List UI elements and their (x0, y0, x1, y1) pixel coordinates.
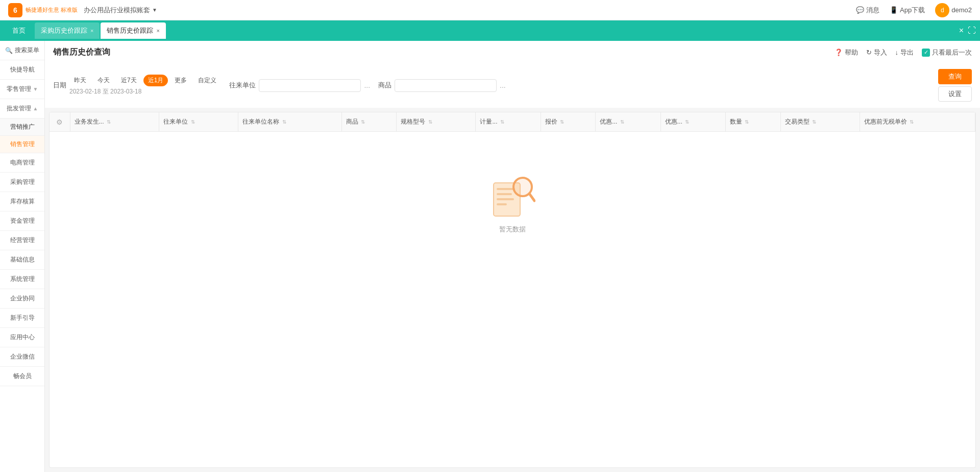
sidebar-item-wechat[interactable]: 企业微信 (0, 347, 44, 367)
tab-sales-close-icon[interactable]: × (156, 28, 159, 34)
col-quantity: 数量 ⇅ (726, 112, 781, 132)
main-layout: 🔍 搜索菜单 快捷导航 零售管理 ▼ 批发管理 ▲ 营销推广 销售管理 电商管理… (0, 41, 980, 472)
setting-button[interactable]: 设置 (938, 86, 972, 102)
date-btn-yesterday[interactable]: 昨天 (69, 75, 91, 86)
query-button[interactable]: 查询 (938, 69, 972, 84)
date-btn-7days[interactable]: 近7天 (116, 75, 141, 86)
sort-icon[interactable]: ⇅ (745, 119, 749, 125)
sidebar-item-ecommerce[interactable]: 电商管理 (0, 153, 44, 173)
table-body: 暂无数据 (50, 132, 975, 275)
table-container: ⚙ 业务发生... ⇅ 往来单位 ⇅ 往来单位名称 ⇅ (49, 112, 976, 468)
import-button[interactable]: ↻ 导入 (866, 48, 887, 57)
sidebar-quick-nav-label: 快捷导航 (10, 65, 35, 74)
date-range-display: 2023-02-18 至 2023-03-18 (69, 87, 221, 96)
export-label: 导出 (900, 48, 914, 57)
col-goods-label: 商品 (346, 118, 358, 125)
date-btn-1month[interactable]: 近1月 (143, 75, 168, 86)
page-header: 销售历史价查询 ❓ 帮助 ↻ 导入 ↓ 导出 ✓ (45, 41, 980, 64)
sort-icon[interactable]: ⇅ (620, 119, 624, 125)
date-btn-today[interactable]: 今天 (93, 75, 114, 86)
help-label: 帮助 (845, 48, 858, 57)
sidebar-inventory-label: 库存核算 (10, 197, 35, 206)
app-selector[interactable]: 办公用品行业模拟账套 ▼ (84, 6, 157, 15)
goods-input[interactable] (395, 79, 497, 92)
help-button[interactable]: ❓ 帮助 (835, 48, 858, 57)
sidebar-item-basic[interactable]: 基础信息 (0, 250, 44, 270)
sort-icon[interactable]: ⇅ (812, 119, 816, 125)
sidebar-item-purchase[interactable]: 采购管理 (0, 173, 44, 192)
empty-text: 暂无数据 (499, 225, 526, 234)
tab-purchase-history[interactable]: 采购历史价跟踪 × (35, 22, 100, 39)
sidebar-item-wholesale[interactable]: 批发管理 ▲ (0, 99, 44, 119)
svg-line-6 (529, 194, 534, 201)
only-last-checkbox[interactable]: ✓ 只看最后一次 (922, 48, 972, 57)
date-filter-label: 日期 (53, 81, 66, 90)
message-action[interactable]: 💬 消息 (856, 6, 879, 15)
partner-ellipsis-btn[interactable]: ... (364, 81, 370, 89)
sidebar-operations-label: 经营管理 (10, 236, 35, 245)
sidebar-item-guide[interactable]: 新手引导 (0, 309, 44, 328)
sort-icon[interactable]: ⇅ (500, 119, 504, 125)
sidebar-item-app-center[interactable]: 应用中心 (0, 328, 44, 347)
column-settings-button[interactable]: ⚙ (56, 118, 63, 126)
sort-icon[interactable]: ⇅ (560, 119, 564, 125)
user-action[interactable]: d demo2 (935, 3, 972, 17)
svg-rect-3 (497, 198, 514, 200)
sort-icon[interactable]: ⇅ (191, 119, 195, 125)
tab-sales-history[interactable]: 销售历史价跟踪 × (101, 22, 165, 39)
sidebar-purchase-label: 采购管理 (10, 178, 35, 186)
sidebar-basic-label: 基础信息 (10, 255, 35, 264)
sidebar-sub-marketing[interactable]: 营销推广 (0, 119, 44, 136)
sidebar-system-label: 系统管理 (10, 275, 35, 284)
svg-rect-4 (497, 203, 507, 205)
date-btn-custom[interactable]: 自定义 (193, 75, 221, 86)
page-title-row: 销售历史价查询 ❓ 帮助 ↻ 导入 ↓ 导出 ✓ (53, 47, 972, 58)
col-spec: 规格型号 ⇅ (397, 112, 476, 132)
avatar: d (935, 3, 949, 17)
sidebar-retail-label: 零售管理 (7, 85, 31, 93)
sidebar-sales-label: 销售管理 (10, 140, 35, 148)
sort-icon[interactable]: ⇅ (910, 119, 914, 125)
tab-purchase-close-icon[interactable]: × (90, 28, 93, 34)
sidebar-item-operations[interactable]: 经营管理 (0, 231, 44, 250)
partner-input[interactable] (259, 79, 361, 92)
col-discount1-label: 优惠... (600, 118, 617, 125)
page-title: 销售历史价查询 (53, 47, 110, 58)
col-partner-name-label: 往来单位名称 (242, 118, 279, 125)
sidebar-item-search[interactable]: 🔍 搜索菜单 (0, 41, 44, 60)
import-label: 导入 (874, 48, 887, 57)
sort-icon[interactable]: ⇅ (685, 119, 689, 125)
sort-icon[interactable]: ⇅ (282, 119, 286, 125)
sidebar-item-enterprise[interactable]: 企业协同 (0, 289, 44, 309)
import-icon: ↻ (866, 49, 872, 56)
content-area: 销售历史价查询 ❓ 帮助 ↻ 导入 ↓ 导出 ✓ (45, 41, 980, 472)
col-unit-label: 计量... (480, 118, 497, 125)
chevron-down-icon: ▼ (152, 7, 157, 13)
col-biz-date: 业务发生... ⇅ (70, 112, 159, 132)
col-trade-type-label: 交易类型 (785, 118, 810, 125)
tab-close-button[interactable]: × (959, 26, 964, 35)
sidebar-guide-label: 新手引导 (10, 314, 35, 322)
sidebar-sub-sales[interactable]: 销售管理 (0, 136, 44, 153)
only-last-label: 只看最后一次 (932, 48, 972, 57)
date-btn-more[interactable]: 更多 (170, 75, 191, 86)
sidebar-item-retail[interactable]: 零售管理 ▼ (0, 80, 44, 99)
col-price: 报价 ⇅ (541, 112, 596, 132)
sidebar-item-inventory[interactable]: 库存核算 (0, 192, 44, 211)
sidebar-item-member[interactable]: 畅会员 (0, 367, 44, 386)
download-action[interactable]: 📱 App下载 (890, 6, 925, 15)
sort-icon[interactable]: ⇅ (107, 119, 111, 125)
sidebar-member-label: 畅会员 (13, 372, 32, 381)
svg-rect-1 (497, 188, 515, 190)
sidebar-item-capital[interactable]: 资金管理 (0, 211, 44, 231)
goods-ellipsis-btn[interactable]: ... (500, 81, 506, 89)
sidebar-item-quick-nav[interactable]: 快捷导航 (0, 60, 44, 80)
tab-maximize-button[interactable]: ⛶ (968, 26, 976, 35)
filter-bar: 日期 昨天 今天 近7天 近1月 更多 自定义 2023-02-18 至 202… (45, 64, 980, 108)
tab-home[interactable]: 首页 (4, 22, 34, 39)
export-button[interactable]: ↓ 导出 (895, 48, 914, 57)
sort-icon[interactable]: ⇅ (428, 119, 432, 125)
sidebar-item-system[interactable]: 系统管理 (0, 270, 44, 289)
col-price-label: 报价 (545, 118, 557, 125)
sort-icon[interactable]: ⇅ (361, 119, 365, 125)
